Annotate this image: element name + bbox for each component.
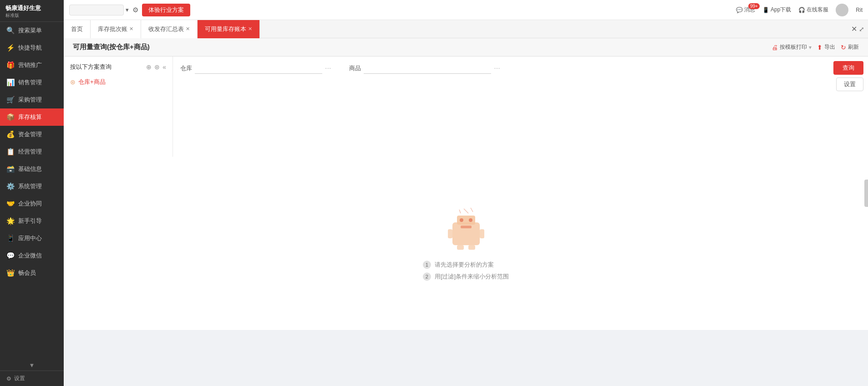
sidebar-label-marketing: 营销推广 [18,61,42,69]
chevron-down-icon: ▾ [126,6,129,13]
svg-point-2 [460,218,463,222]
wechat-icon: 💬 [6,252,15,260]
warehouse-label: 仓库 [180,64,192,72]
tab-receipt-summary-label: 收发存汇总表 [148,25,184,33]
tab-receipt-summary[interactable]: 收发存汇总表 ✕ [141,20,198,38]
sidebar-item-member[interactable]: 👑 畅会员 [0,264,64,282]
sidebar-item-system[interactable]: ⚙️ 系统管理 [0,178,64,195]
topbar-search-area: ▾ [69,5,129,15]
refresh-label: 刷新 [848,43,859,51]
tabs-expand-button[interactable]: ⤢ [859,26,864,33]
sidebar-label-search: 搜索菜单 [18,26,42,35]
sidebar-footer[interactable]: ⚙ 设置 [0,371,64,386]
tab-receipt-summary-close[interactable]: ✕ [186,26,190,32]
sidebar-label-wechat: 企业微信 [18,252,42,260]
settings-button[interactable]: 设置 [836,77,863,91]
action-buttons: 查询 设置 [829,57,868,157]
sidebar-label-shortcut: 快捷导航 [18,44,42,52]
scheme-collapse-icon[interactable]: « [162,63,166,71]
tab-available-qty-label: 可用量库存账本 [205,25,246,33]
sidebar-item-shortcut[interactable]: ⚡ 快捷导航 [0,39,64,57]
service-label: 在线客服 [807,6,828,14]
scheme-item-warehouse-product[interactable]: ⊛ 仓库+商品 [64,75,173,89]
print-dropdown-icon[interactable]: ▾ [809,44,812,51]
phone-icon: 📱 [762,7,769,13]
scheme-settings-icon[interactable]: ⊛ [154,63,160,71]
sidebar-item-marketing[interactable]: 🎁 营销推广 [0,57,64,74]
tab-home[interactable]: 首页 [64,20,91,38]
sidebar-item-newbie[interactable]: 🌟 新手引导 [0,212,64,230]
right-scroll-handle[interactable] [864,180,868,207]
tab-batch-ledger-close[interactable]: ✕ [129,26,133,32]
tab-available-qty-close[interactable]: ✕ [248,26,252,32]
sidebar-label-sales: 销售管理 [18,78,42,87]
sidebar-item-wechat[interactable]: 💬 企业微信 [0,247,64,264]
sidebar-item-operations[interactable]: 📋 经营管理 [0,143,64,160]
scheme-add-icon[interactable]: ⊕ [146,63,152,71]
tab-batch-ledger[interactable]: 库存批次账 ✕ [91,20,141,38]
sales-icon: 📊 [6,78,15,87]
export-label: 导出 [824,43,835,51]
tabs-bar: 首页 库存批次账 ✕ 收发存汇总表 ✕ 可用量库存账本 ✕ ✕ ⤢ [64,20,868,38]
search-dropdown[interactable]: ▾ [126,6,129,13]
cooperation-icon: 🤝 [6,200,15,208]
scheme-item-label: 仓库+商品 [78,78,106,86]
newbie-icon: 🌟 [6,217,15,225]
gear-button[interactable]: ⚙ [132,6,138,14]
message-btn[interactable]: 💬 消息 99+ [736,6,755,14]
sidebar-item-search[interactable]: 🔍 搜索菜单 [0,22,64,39]
page-title: 可用量查询(按仓库+商品) [73,43,150,51]
sidebar-item-appcenter[interactable]: 📱 应用中心 [0,230,64,247]
tab-available-qty[interactable]: 可用量库存账本 ✕ [198,20,260,38]
svg-point-3 [469,218,472,222]
sidebar-label-basic: 基础信息 [18,165,42,173]
sidebar-item-finance[interactable]: 💰 资金管理 [0,126,64,143]
product-input[interactable] [364,63,491,74]
sidebar-item-cooperation[interactable]: 🤝 企业协同 [0,195,64,212]
empty-hint-2: 2 用[过滤]条件来缩小分析范围 [423,273,509,281]
svg-rect-7 [457,245,464,250]
empty-hint-1: 1 请先选择要分析的方案 [423,261,509,269]
page-actions: 🖨 按模板打印 ▾ ⬆ 导出 ↻ 刷新 [772,43,859,51]
avatar[interactable] [836,4,848,16]
sidebar-item-inventory[interactable]: 📦 库存核算 [0,108,64,126]
username[interactable]: Rit [856,7,863,13]
svg-line-11 [459,210,461,213]
hint-num-2: 2 [423,273,431,281]
brand-version: 标准版 [5,12,58,19]
sidebar-item-basic[interactable]: 🗃️ 基础信息 [0,160,64,178]
refresh-icon: ↻ [841,44,846,51]
hint-text-2: 用[过滤]条件来缩小分析范围 [435,273,509,281]
inventory-icon: 📦 [6,113,15,121]
query-button[interactable]: 查询 [833,61,863,75]
service-btn[interactable]: 🎧 在线客服 [798,6,828,14]
refresh-button[interactable]: ↻ 刷新 [841,43,859,51]
export-button[interactable]: ⬆ 导出 [817,43,835,51]
svg-rect-6 [480,229,484,238]
sidebar-item-purchase[interactable]: 🛒 采购管理 [0,91,64,108]
svg-rect-8 [468,245,475,250]
print-button[interactable]: 🖨 按模板打印 ▾ [772,43,812,51]
warehouse-more-icon[interactable]: ··· [325,64,331,72]
sidebar-label-inventory: 库存核算 [18,113,42,121]
sidebar-label-finance: 资金管理 [18,130,42,139]
page-header: 可用量查询(按仓库+商品) 🖨 按模板打印 ▾ ⬆ 导出 ↻ 刷新 [64,38,868,57]
hint-text-1: 请先选择要分析的方案 [435,261,494,269]
svg-rect-5 [448,229,452,238]
operations-icon: 📋 [6,148,15,156]
tabs-close-all-button[interactable]: ✕ [851,25,857,33]
product-more-icon[interactable]: ··· [494,64,500,72]
tabs-actions: ✕ ⤢ [851,25,868,33]
appcenter-icon: 📱 [6,234,15,242]
purchase-icon: 🛒 [6,96,15,104]
industry-btn[interactable]: 体验行业方案 [142,4,190,16]
topbar: ▾ ⚙ 体验行业方案 💬 消息 99+ 📱 App下载 🎧 在线客服 [64,0,868,20]
sidebar-label-newbie: 新手引导 [18,217,42,225]
sidebar-scroll-down[interactable]: ▼ [0,360,64,371]
warehouse-input[interactable] [195,63,322,74]
export-icon: ⬆ [817,44,822,51]
search-input[interactable] [69,5,124,15]
sidebar-item-sales[interactable]: 📊 销售管理 [0,74,64,91]
app-download-btn[interactable]: 📱 App下载 [762,6,791,14]
main-area: ▾ ⚙ 体验行业方案 💬 消息 99+ 📱 App下载 🎧 在线客服 [64,0,868,386]
